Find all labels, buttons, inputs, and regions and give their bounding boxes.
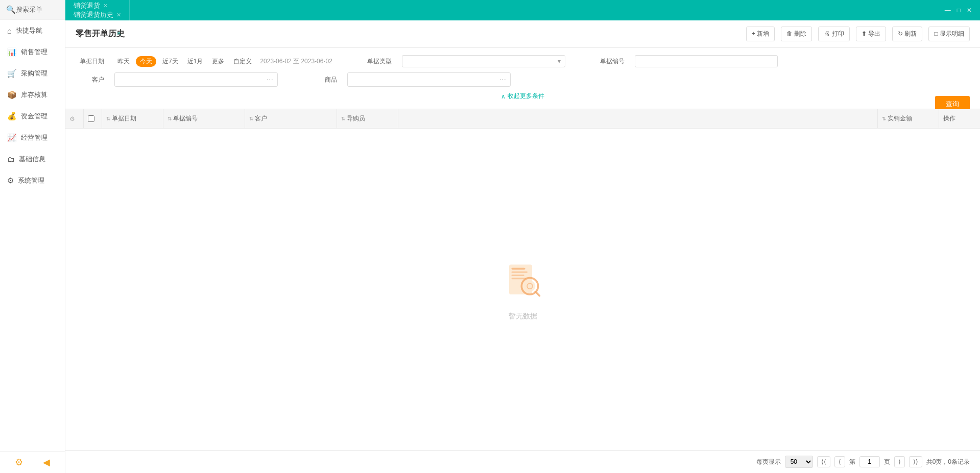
product-dots[interactable]: ··· xyxy=(499,75,506,84)
collapse-label: 收起更多条件 xyxy=(508,92,544,101)
sidebar-item-sys-mgmt[interactable]: ⚙ 系统管理 xyxy=(0,170,65,191)
select-all-checkbox[interactable] xyxy=(88,115,94,122)
bill-type-select[interactable]: ▾ xyxy=(402,55,565,67)
show-detail-button[interactable]: □ 显示明细 xyxy=(928,27,970,41)
date-btn-1month[interactable]: 近1月 xyxy=(184,56,206,67)
window-minimize-btn[interactable]: — xyxy=(945,7,951,14)
sidebar-search[interactable]: 🔍 搜索采单 xyxy=(0,0,65,20)
svg-rect-1 xyxy=(511,268,525,270)
sidebar-item-label: 采购管理 xyxy=(21,69,47,78)
bill-no-label: 单据编号 xyxy=(596,57,625,66)
th-amount: ⇅ 实销金额 xyxy=(878,109,939,128)
quick-nav-icon: ⌂ xyxy=(7,27,12,35)
tab-sales-return-history[interactable]: 销货退货历史✕ xyxy=(65,10,130,19)
th-bill-no-sort-icon[interactable]: ⇅ xyxy=(168,116,172,121)
tab-close-icon[interactable]: ✕ xyxy=(116,12,121,18)
date-filter-label: 单据日期 xyxy=(76,57,104,66)
sidebar-item-label: 快捷导航 xyxy=(16,26,42,35)
th-amount-label: 实销金额 xyxy=(888,114,912,123)
sidebar-item-label: 经营管理 xyxy=(21,133,47,142)
bill-no-input[interactable] xyxy=(635,55,778,67)
tab-close-icon[interactable]: ✕ xyxy=(103,3,108,9)
svg-rect-3 xyxy=(511,275,524,276)
sidebar-nav: ⌂ 快捷导航 📊 销售管理 🛒 采购管理 📦 库存核算 💰 资金管理 📈 经营管… xyxy=(0,20,65,191)
empty-state: 暂无数据 xyxy=(65,129,980,450)
sidebar-item-basic-info[interactable]: 🗂 基础信息 xyxy=(0,148,65,170)
page-word: 第 xyxy=(849,458,855,466)
sidebar-item-label: 销售管理 xyxy=(21,47,47,57)
sidebar-item-label: 资金管理 xyxy=(21,112,47,121)
tab-close-icon[interactable]: ✕ xyxy=(103,21,108,28)
page-header: 零售开单历史 + 新增 🗑 删除 🖨 打印 ⬆ 导出 ↻ 刷新 □ 显示明细 xyxy=(65,20,980,48)
sidebar-item-operation[interactable]: 📈 经营管理 xyxy=(0,127,65,148)
sidebar-bottom: ⚙ ◀ xyxy=(0,451,65,473)
th-settings: ⚙ xyxy=(65,109,84,128)
add-button[interactable]: + 新增 xyxy=(746,27,775,41)
product-label: 商品 xyxy=(308,76,337,84)
chevron-up-icon: ∧ xyxy=(501,93,506,100)
next-page-btn[interactable]: ⟩ xyxy=(894,456,905,467)
date-btn-more[interactable]: 更多 xyxy=(209,56,227,67)
th-date: ⇅ 单据日期 xyxy=(102,109,163,128)
date-btn-7days[interactable]: 近7天 xyxy=(159,56,181,67)
collapse-sidebar-icon[interactable]: ◀ xyxy=(43,457,50,468)
date-btn-yesterday[interactable]: 昨天 xyxy=(114,56,133,67)
page-unit: 页 xyxy=(884,458,890,466)
product-input[interactable] xyxy=(352,76,499,83)
sidebar-item-finance[interactable]: 💰 资金管理 xyxy=(0,106,65,127)
window-controls: — □ ✕ xyxy=(945,7,980,14)
tab-close-icon[interactable]: ✕ xyxy=(116,30,121,37)
sidebar: 🔍 搜索采单 ⌂ 快捷导航 📊 销售管理 🛒 采购管理 📦 库存核算 💰 资金管… xyxy=(0,0,65,473)
svg-rect-4 xyxy=(511,278,526,280)
date-btn-custom[interactable]: 自定义 xyxy=(230,56,255,67)
per-page-select[interactable]: 50 10 20 100 xyxy=(785,456,813,468)
search-icon: 🔍 xyxy=(6,5,16,14)
th-guide: ⇅ 导购员 xyxy=(337,109,398,128)
sidebar-item-sales-mgmt[interactable]: 📊 销售管理 xyxy=(0,41,65,63)
svg-rect-2 xyxy=(511,271,528,273)
chevron-down-icon: ▾ xyxy=(558,58,561,65)
th-customer-sort-icon[interactable]: ⇅ xyxy=(249,116,253,121)
sidebar-item-quick-nav[interactable]: ⌂ 快捷导航 xyxy=(0,20,65,41)
bill-type-label: 单据类型 xyxy=(363,57,392,66)
collapse-filter-btn[interactable]: ∧ 收起更多条件 xyxy=(76,92,970,101)
basic-info-icon: 🗂 xyxy=(7,155,15,164)
pagination: 每页显示 50 10 20 100 ⟨⟨ ⟨ 第 页 ⟩ ⟩⟩ 共0页，0条记录 xyxy=(65,450,980,473)
customer-input[interactable] xyxy=(119,76,267,83)
tab-sales-return[interactable]: 销货退货✕ xyxy=(65,1,130,10)
settings-bottom-icon[interactable]: ⚙ xyxy=(15,457,23,468)
date-btn-today[interactable]: 今天 xyxy=(136,56,156,67)
page-input[interactable] xyxy=(859,456,880,467)
th-bill-no: ⇅ 单据编号 xyxy=(163,109,245,128)
per-page-label: 每页显示 xyxy=(756,458,781,466)
finance-icon: 💰 xyxy=(7,112,17,121)
last-page-btn[interactable]: ⟩⟩ xyxy=(909,456,922,467)
th-spacer xyxy=(398,109,878,128)
delete-button[interactable]: 🗑 删除 xyxy=(781,27,812,41)
sidebar-item-label: 基础信息 xyxy=(19,155,45,164)
window-maximize-btn[interactable]: □ xyxy=(957,7,961,14)
th-date-sort-icon[interactable]: ⇅ xyxy=(106,116,110,121)
table-settings-icon[interactable]: ⚙ xyxy=(69,115,75,122)
th-guide-sort-icon[interactable]: ⇅ xyxy=(341,116,345,121)
th-amount-sort-icon[interactable]: ⇅ xyxy=(882,116,886,121)
date-range-text: 2023-06-02 至 2023-06-02 xyxy=(260,57,332,66)
th-customer: ⇅ 客户 xyxy=(245,109,337,128)
print-button[interactable]: 🖨 打印 xyxy=(818,27,849,41)
prev-page-btn[interactable]: ⟨ xyxy=(834,456,845,467)
th-bill-no-label: 单据编号 xyxy=(173,114,198,123)
export-button[interactable]: ⬆ 导出 xyxy=(856,27,886,41)
window-close-btn[interactable]: ✕ xyxy=(967,7,972,14)
sidebar-item-inventory[interactable]: 📦 库存核算 xyxy=(0,84,65,106)
refresh-button[interactable]: ↻ 刷新 xyxy=(892,27,922,41)
inventory-icon: 📦 xyxy=(7,90,17,99)
operation-icon: 📈 xyxy=(7,133,17,142)
empty-illustration xyxy=(500,258,546,304)
sidebar-search-label: 搜索采单 xyxy=(16,5,42,14)
customer-dots[interactable]: ··· xyxy=(267,75,273,84)
sidebar-item-purchase-mgmt[interactable]: 🛒 采购管理 xyxy=(0,63,65,84)
purchase-mgmt-icon: 🛒 xyxy=(7,69,17,78)
empty-text: 暂无数据 xyxy=(509,312,537,321)
th-action: 操作 xyxy=(939,109,980,128)
first-page-btn[interactable]: ⟨⟨ xyxy=(817,456,830,467)
